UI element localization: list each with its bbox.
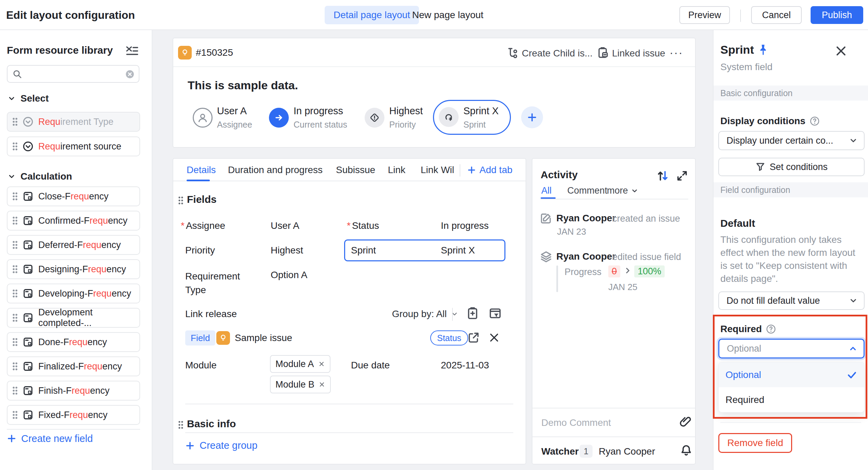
tab-duration-and-progress[interactable]: Duration and progress xyxy=(228,165,323,175)
attachment-icon[interactable] xyxy=(679,415,692,428)
set-conditions-button[interactable]: Set conditions xyxy=(718,158,865,176)
priority-field-value[interactable]: Highest xyxy=(271,245,303,256)
status-icon[interactable] xyxy=(269,108,289,128)
library-field-item[interactable]: Confirmed-Frequency xyxy=(7,211,140,231)
group-by-dropdown[interactable]: Group by: All xyxy=(392,309,458,319)
assignee-value[interactable]: User A xyxy=(217,105,247,117)
assignee-field-value[interactable]: User A xyxy=(271,220,299,231)
linked-issue-icon[interactable] xyxy=(597,47,609,59)
add-tab-button[interactable]: Add tab xyxy=(467,165,513,175)
watcher-count-badge[interactable]: 1 xyxy=(580,445,593,458)
activity-tab-all[interactable]: All xyxy=(541,185,552,196)
library-field-item[interactable]: Close-Frequency xyxy=(7,186,140,206)
drag-handle-icon[interactable] xyxy=(12,313,18,322)
library-field-item[interactable]: Finish-Frequency xyxy=(7,381,140,401)
remove-field-button[interactable]: Remove field xyxy=(718,433,792,453)
publish-button[interactable]: Publish xyxy=(811,6,863,24)
module-chip-a[interactable]: Module A xyxy=(270,355,330,373)
clear-search-icon[interactable] xyxy=(125,69,135,79)
create-child-issue-icon[interactable] xyxy=(507,47,519,59)
create-new-field-link[interactable]: Create new field xyxy=(7,431,93,446)
library-field-requirement-type[interactable]: Requirement Type xyxy=(7,112,140,132)
due-date-field-value[interactable]: 2025-11-03 xyxy=(441,360,489,371)
status-column-pill[interactable]: Status xyxy=(430,330,468,345)
collapse-panel-icon[interactable] xyxy=(125,45,139,57)
drag-handle-icon[interactable] xyxy=(12,289,18,298)
sort-icon[interactable] xyxy=(656,170,670,182)
library-field-requirement-source[interactable]: Requirement source xyxy=(7,136,140,156)
tab-subissue[interactable]: Subissue xyxy=(336,165,375,175)
status-field-value[interactable]: In progress xyxy=(441,220,489,231)
activity-tab-more[interactable]: more xyxy=(607,185,638,196)
status-field-label[interactable]: *Status xyxy=(347,220,379,231)
drag-handle-icon[interactable] xyxy=(12,142,18,151)
requirement-type-field-label[interactable]: RequirementType xyxy=(185,270,240,297)
create-child-issue-label[interactable]: Create Child is... xyxy=(522,48,593,59)
add-field-chip-button[interactable] xyxy=(521,106,543,128)
close-panel-icon[interactable] xyxy=(835,44,847,57)
drag-handle-icon[interactable] xyxy=(178,420,184,430)
tab-link-wil[interactable]: Link Wil xyxy=(421,165,454,175)
save-view-icon[interactable] xyxy=(466,306,479,320)
activity-tab-comment[interactable]: Comment xyxy=(567,185,607,196)
priority-value[interactable]: Highest xyxy=(389,105,423,117)
sprint-chip-selected[interactable]: Sprint X Sprint xyxy=(433,100,511,135)
view-filter-icon[interactable] xyxy=(488,306,502,320)
open-in-new-icon[interactable] xyxy=(467,331,480,344)
library-field-item[interactable]: Developing-Frequency xyxy=(7,284,140,303)
section-calculation[interactable]: Calculation xyxy=(8,171,72,182)
priority-icon[interactable] xyxy=(365,108,384,128)
drag-handle-icon[interactable] xyxy=(12,410,18,419)
drag-handle-icon[interactable] xyxy=(12,216,18,225)
watcher-name[interactable]: Ryan Cooper xyxy=(599,446,655,457)
sprint-field-label[interactable]: Sprint xyxy=(351,245,376,256)
due-date-field-label[interactable]: Due date xyxy=(351,360,390,371)
priority-field-label[interactable]: Priority xyxy=(185,245,215,256)
library-field-item[interactable]: Designing-Frequency xyxy=(7,259,140,279)
module-chip-b[interactable]: Module B xyxy=(270,376,331,393)
tab-details[interactable]: Details xyxy=(187,165,216,175)
sample-issue-title[interactable]: Sample issue xyxy=(235,332,292,343)
pin-icon[interactable] xyxy=(757,44,769,57)
library-search-input[interactable] xyxy=(7,65,139,83)
sprint-field-value[interactable]: Sprint X xyxy=(441,245,475,256)
status-value[interactable]: In progress xyxy=(294,105,343,117)
drag-handle-icon[interactable] xyxy=(12,386,18,395)
tab-link[interactable]: Link xyxy=(388,165,405,175)
expand-icon[interactable] xyxy=(676,170,688,182)
library-field-item[interactable]: Finalized-Frequency xyxy=(7,356,140,376)
dropdown-option-optional[interactable]: Optional xyxy=(719,362,864,387)
link-release-label[interactable]: Link release xyxy=(185,309,237,319)
tab-detail-page-layout[interactable]: Detail page layout xyxy=(325,6,419,24)
library-field-item[interactable]: Fixed-Frequency xyxy=(7,405,140,425)
module-field-label[interactable]: Module xyxy=(185,360,217,371)
drag-handle-icon[interactable] xyxy=(12,192,18,201)
drag-handle-icon[interactable] xyxy=(12,265,18,274)
activity-user-name[interactable]: Ryan Cooper xyxy=(556,213,616,224)
library-field-item[interactable]: Done-Frequency xyxy=(7,332,140,352)
section-select[interactable]: Select xyxy=(8,93,49,104)
drag-handle-icon[interactable] xyxy=(178,196,184,205)
create-group-link[interactable]: Create group xyxy=(185,440,257,451)
preview-button[interactable]: Preview xyxy=(679,6,730,24)
linked-issue-label[interactable]: Linked issue xyxy=(612,48,665,59)
library-field-item[interactable]: Deferred-Frequency xyxy=(7,235,140,255)
more-actions-icon[interactable]: ··· xyxy=(669,46,683,59)
display-conditions-select[interactable]: Display under certain co... xyxy=(718,131,865,150)
dropdown-option-required[interactable]: Required xyxy=(719,387,864,412)
default-value-select[interactable]: Do not fill default value xyxy=(718,291,865,310)
required-select-open[interactable]: Optional xyxy=(718,339,865,358)
library-field-item[interactable]: Development completed-... xyxy=(7,308,140,328)
comment-input[interactable]: Demo Comment xyxy=(541,417,611,428)
drag-handle-icon[interactable] xyxy=(12,338,18,347)
requirement-type-field-value[interactable]: Option A xyxy=(271,270,307,280)
remove-sample-issue-icon[interactable] xyxy=(488,332,500,343)
activity-user-name[interactable]: Ryan Cooper xyxy=(556,251,616,262)
tab-new-page-layout[interactable]: New page layout xyxy=(412,6,484,24)
drag-handle-icon[interactable] xyxy=(12,240,18,249)
bell-icon[interactable] xyxy=(680,444,692,456)
assignee-field-label[interactable]: *Assignee xyxy=(181,220,225,231)
cancel-button[interactable]: Cancel xyxy=(751,6,802,24)
drag-handle-icon[interactable] xyxy=(12,362,18,371)
assignee-avatar[interactable] xyxy=(193,108,213,128)
